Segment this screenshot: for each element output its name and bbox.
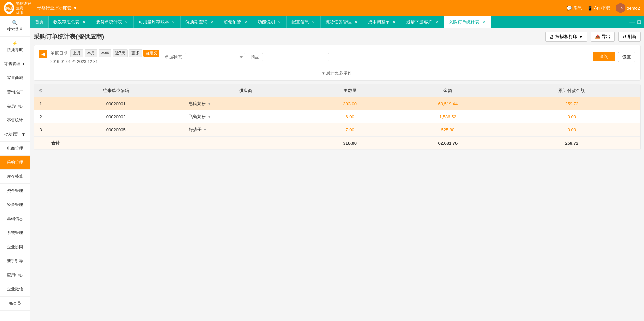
tab-close-config[interactable]: ✕: [311, 20, 316, 24]
sidebar-item-system[interactable]: 系统管理: [0, 226, 30, 240]
tab-receive-send[interactable]: 收发存汇总表 ✕: [49, 16, 91, 28]
tab-close-requisition[interactable]: ✕: [124, 20, 129, 24]
sidebar-item-quicknav[interactable]: ⚡ 快捷导航: [0, 37, 30, 57]
row-amount: 1,586.52: [393, 110, 503, 123]
date-shortcut-7days[interactable]: 近7天: [113, 49, 128, 57]
sidebar-item-corpwechat[interactable]: 企业微信: [0, 282, 30, 297]
date-range-display: 2016-01-01 至 2023-12-31: [50, 59, 98, 64]
tab-close-receive-send[interactable]: ✕: [82, 20, 86, 24]
window-maximize-btn[interactable]: □: [637, 19, 641, 25]
more-filters-icon[interactable]: ···: [332, 54, 336, 60]
tab-pick-task[interactable]: 拣货任务管理 ✕: [321, 16, 363, 28]
sidebar-item-inventory[interactable]: 库存核算: [0, 170, 30, 184]
sidebar-item-retail[interactable]: 零售管理 ▲: [0, 57, 30, 71]
tab-requisition[interactable]: 要货单统计表 ✕: [91, 16, 134, 28]
tab-close-funcinfo[interactable]: ✕: [277, 20, 282, 24]
logo-area: 好生意 畅捷通好生意 标版: [4, 1, 34, 15]
data-table: ⚙ 往来单位编码 供应商 主数量 金额 累计付款金额 1 00020001: [34, 84, 640, 150]
app-download-btn[interactable]: 📱 App下载: [587, 5, 610, 11]
sidebar-item-vip[interactable]: 畅会员: [0, 297, 30, 311]
date-custom-btn[interactable]: 自定义: [143, 50, 159, 57]
table-summary-row: 合计 316.00 62,631.76 259.72: [34, 137, 640, 150]
user-avatar-btn[interactable]: Ea demo2: [616, 3, 640, 13]
sidebar-item-purchase[interactable]: 采购管理: [0, 156, 30, 170]
goods-input[interactable]: [262, 53, 329, 61]
col-amount: 金额: [393, 84, 503, 97]
tab-available-inventory[interactable]: 可用量库存账本 ✕: [134, 16, 181, 28]
row-code: 00020001: [47, 97, 184, 110]
sidebar-item-search[interactable]: 🔍 搜索菜单: [0, 16, 30, 37]
tab-invite-downstream[interactable]: 邀请下游客户 ✕: [401, 16, 444, 28]
settings-button[interactable]: 设置: [618, 52, 635, 62]
date-shortcuts: 上月 本月 本年 近7天 更多 自定义: [70, 49, 159, 57]
date-shortcut-this-month[interactable]: 本月: [85, 49, 97, 57]
table-row[interactable]: 2 00020002 飞鹤奶粉 ▼ 6.00 1,586.52 0.00: [34, 110, 640, 123]
sidebar-item-operation[interactable]: 经营管理: [0, 198, 30, 212]
sidebar-item-member[interactable]: 会员中心: [0, 99, 30, 113]
window-minimize-btn[interactable]: —: [629, 19, 635, 25]
refresh-icon: ↺: [623, 34, 626, 39]
tab-overstock[interactable]: 超储预警 ✕: [219, 16, 253, 28]
row-seq: 1: [34, 97, 47, 110]
sidebar-item-appcenter[interactable]: 应用中心: [0, 268, 30, 282]
supplier-expand-icon: ▼: [203, 128, 207, 132]
print-button[interactable]: 🖨 按模板打印 ▼: [545, 32, 587, 42]
status-select[interactable]: [185, 53, 245, 61]
svg-text:Ea: Ea: [619, 6, 623, 10]
tab-close-invite-downstream[interactable]: ✕: [434, 20, 439, 24]
refresh-button[interactable]: ↺ 刷新: [618, 32, 641, 42]
summary-qty: 316.00: [307, 137, 393, 150]
status-filter-group: 单据状态: [165, 53, 245, 61]
tab-close-available-inventory[interactable]: ✕: [171, 20, 176, 24]
expand-more-btn[interactable]: ▾ 展开更多条件: [322, 70, 352, 76]
messages-btn[interactable]: 💬 消息: [567, 5, 582, 11]
print-dropdown-icon: ▼: [579, 34, 583, 39]
tab-close-purchase-summary[interactable]: ✕: [481, 20, 486, 24]
wholesale-expand-icon: ▼: [22, 132, 26, 137]
tab-config[interactable]: 配置信息 ✕: [287, 16, 321, 28]
tab-home[interactable]: 首页: [30, 16, 49, 28]
message-icon: 💬: [567, 6, 572, 11]
print-icon: 🖨: [550, 34, 554, 39]
date-shortcut-last-month[interactable]: 上月: [70, 49, 83, 57]
content-area: 首页 收发存汇总表 ✕ 要货单统计表 ✕ 可用量库存账本 ✕ 保质期查询 ✕ 超…: [30, 16, 644, 321]
svg-text:好生意: 好生意: [5, 7, 13, 10]
sidebar-item-newguide[interactable]: 新手引导: [0, 254, 30, 268]
tab-funcinfo[interactable]: 功能说明 ✕: [253, 16, 287, 28]
sidebar-item-enterprise[interactable]: 企业协同: [0, 240, 30, 254]
tab-close-expiry[interactable]: ✕: [209, 20, 214, 24]
tab-close-pick-task[interactable]: ✕: [354, 20, 358, 24]
row-supplier: 好孩子 ▼: [184, 123, 307, 137]
query-button[interactable]: 查询: [593, 52, 615, 61]
filter-collapse-btn[interactable]: ◀: [39, 50, 47, 58]
table-header-row: ⚙ 往来单位编码 供应商 主数量 金额 累计付款金额: [34, 84, 640, 97]
tab-close-overstock[interactable]: ✕: [243, 20, 248, 24]
table-row[interactable]: 1 00020001 惠氏奶粉 ▼ 303.00 60,519.44 259.7…: [34, 97, 640, 110]
workspace-selector[interactable]: 母婴行业演示账套 ▼: [37, 5, 564, 11]
sidebar-item-marketing[interactable]: 营销推广: [0, 85, 30, 99]
tab-close-cost-adjust[interactable]: ✕: [392, 20, 396, 24]
export-icon: 📤: [595, 34, 600, 39]
col-gear-icon[interactable]: ⚙: [39, 88, 43, 93]
sidebar-item-basic[interactable]: 基础信息: [0, 212, 30, 226]
summary-label: 合计: [47, 137, 184, 150]
table-container: ⚙ 往来单位编码 供应商 主数量 金额 累计付款金额 1 00020001: [34, 84, 641, 150]
row-qty: 6.00: [307, 110, 393, 123]
goods-filter-group: 商品 ···: [251, 53, 336, 61]
filter-area: ◀ 单据日期 上月 本月 本年 近7天 更多 自定义: [34, 45, 641, 81]
summary-empty2: [184, 137, 307, 150]
supplier-expand-icon: ▼: [207, 102, 211, 106]
sidebar-item-finance[interactable]: 资金管理: [0, 184, 30, 198]
sidebar-item-retail-shop[interactable]: 零售商城: [0, 71, 30, 85]
table-row[interactable]: 3 00020005 好孩子 ▼ 7.00 525.80 0.00: [34, 123, 640, 137]
sidebar-item-wholesale[interactable]: 批发管理 ▼: [0, 127, 30, 142]
tab-expiry[interactable]: 保质期查询 ✕: [181, 16, 219, 28]
retail-expand-icon: ▲: [22, 62, 26, 66]
date-shortcut-more[interactable]: 更多: [129, 49, 142, 57]
date-shortcut-this-year[interactable]: 本年: [99, 49, 111, 57]
sidebar-item-ecommerce[interactable]: 电商管理: [0, 142, 30, 156]
tab-purchase-summary[interactable]: 采购订单统计表 ✕: [444, 16, 491, 28]
tab-cost-adjust[interactable]: 成本调整单 ✕: [363, 16, 401, 28]
sidebar-item-retail-stat[interactable]: 零售统计: [0, 113, 30, 127]
export-button[interactable]: 📤 导出: [591, 32, 615, 42]
